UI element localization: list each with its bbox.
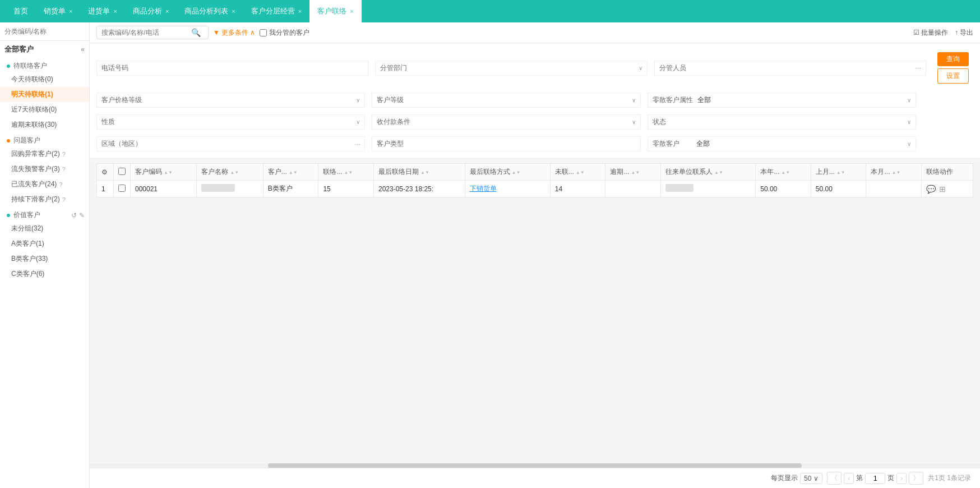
- value-dot: [7, 214, 10, 217]
- sidebar-item-ungrouped[interactable]: 未分组(32): [0, 221, 89, 236]
- nav-product-analysis[interactable]: 商品分析 ×: [125, 0, 177, 22]
- my-customers-checkbox[interactable]: [260, 29, 267, 36]
- first-page-btn[interactable]: 《: [827, 472, 842, 485]
- th-uncontacted[interactable]: 未联...▲▼: [550, 164, 605, 181]
- th-name[interactable]: 客户名称▲▼: [197, 164, 263, 181]
- search-input[interactable]: [101, 29, 191, 36]
- th-overdue[interactable]: 逾期...▲▼: [605, 164, 661, 181]
- sidebar-item-declining[interactable]: 持续下滑客户(2) ?: [0, 192, 89, 207]
- th-code[interactable]: 客户编码▲▼: [131, 164, 197, 181]
- batch-icon: ☑: [913, 29, 919, 36]
- toolbar-search-icon[interactable]: 🔍: [191, 28, 201, 37]
- sidebar-item-b-class[interactable]: B类客户(33): [0, 251, 89, 266]
- sidebar-item-c-class[interactable]: C类客户(6): [0, 266, 89, 282]
- th-contact-count[interactable]: 联络...▲▼: [318, 164, 374, 181]
- horizontal-scrollbar[interactable]: [90, 463, 980, 468]
- help-icon-3[interactable]: ?: [62, 196, 66, 203]
- filter-row-1: 电话号码 分管部门 ∨ 分管人员 ···: [96, 48, 973, 88]
- main-layout: 🔍 全部客户 « 待联络客户 今天待联络(0) 明天待联络(1) 近7天待联络(…: [0, 22, 980, 488]
- nav-customer-contact[interactable]: 客户联络 ×: [309, 0, 361, 22]
- filter-gender-select[interactable]: ∨: [145, 119, 360, 125]
- nav-purchase-order[interactable]: 进货单 ×: [80, 0, 124, 22]
- last-page-btn[interactable]: 》: [909, 472, 923, 485]
- filter-retail-customer-cell: 零散客户 全部 ∨: [648, 136, 916, 151]
- sidebar-item-repurchase-anomaly[interactable]: 回购异常客户(2) ?: [0, 146, 89, 162]
- filter-region-ellipsis[interactable]: ···: [354, 140, 360, 148]
- th-unit-contact[interactable]: 往来单位联系人▲▼: [661, 164, 756, 181]
- nav-sales-order[interactable]: 销货单 ×: [36, 0, 80, 22]
- row-checkbox-0[interactable]: [118, 185, 126, 192]
- prev-page-btn[interactable]: ‹: [844, 473, 854, 484]
- next-page-btn[interactable]: ›: [896, 473, 907, 484]
- last-contact-method-link[interactable]: 下销货单: [470, 185, 497, 192]
- td-uncontacted: 14: [550, 181, 605, 197]
- filter-dept-arrow: ∨: [639, 65, 642, 71]
- sort-contact-count-icon: ▲▼: [344, 170, 353, 175]
- page-size-select[interactable]: 50 ∨: [800, 473, 822, 484]
- query-btn[interactable]: 查询: [937, 52, 969, 66]
- sidebar-collapse-icon[interactable]: «: [81, 45, 85, 53]
- my-customers-checkbox-label[interactable]: 我分管的客户: [260, 28, 309, 38]
- filter-price-level-arrow: ∨: [356, 97, 360, 103]
- action-comment-icon[interactable]: 💬: [926, 185, 936, 194]
- select-all-checkbox[interactable]: [118, 168, 126, 175]
- settings-btn[interactable]: 设置: [937, 68, 969, 84]
- filter-status-label: 状态: [653, 117, 692, 127]
- th-last-contact-method[interactable]: 最后联络方式▲▼: [465, 164, 550, 181]
- filter-customer-level-select[interactable]: ∨: [420, 97, 635, 103]
- sidebar-item-7days-pending[interactable]: 近7天待联络(0): [0, 102, 89, 117]
- filter-status-select[interactable]: ∨: [696, 119, 911, 125]
- close-customer-tier-icon[interactable]: ×: [298, 8, 302, 15]
- close-product-analysis-list-icon[interactable]: ×: [232, 8, 235, 15]
- value-group-edit-icon[interactable]: ✎: [79, 211, 85, 219]
- close-customer-contact-icon[interactable]: ×: [350, 8, 353, 15]
- filter-person-select[interactable]: ···: [703, 64, 921, 72]
- th-level[interactable]: 客户...▲▼: [263, 164, 318, 181]
- filter-price-level-select[interactable]: ∨: [146, 97, 360, 103]
- sidebar-item-overdue-pending[interactable]: 逾期未联络(30): [0, 117, 89, 132]
- filter-region-select[interactable]: ···: [146, 140, 360, 148]
- td-level: B类客户: [263, 181, 318, 197]
- sidebar-item-churn-warning[interactable]: 流失预警客户(3) ?: [0, 162, 89, 177]
- filter-status-cell: 状态 ∨: [648, 114, 916, 130]
- sidebar-item-tomorrow-pending[interactable]: 明天待联络(1): [0, 87, 89, 102]
- filter-payment-select[interactable]: ∨: [420, 119, 635, 125]
- export-btn[interactable]: ↑ 导出: [955, 28, 973, 38]
- th-last-month[interactable]: 上月...▲▼: [811, 164, 866, 181]
- th-this-year[interactable]: 本年...▲▼: [756, 164, 811, 181]
- sidebar-all-customers[interactable]: 全部客户 «: [0, 41, 89, 58]
- filter-dept-select[interactable]: ∨: [424, 65, 642, 71]
- help-icon-0[interactable]: ?: [62, 151, 66, 158]
- page-number-input[interactable]: [865, 473, 885, 484]
- filter-retail-attr-select[interactable]: 全部 ∨: [697, 95, 911, 105]
- nav-product-analysis-list[interactable]: 商品分析列表 ×: [177, 0, 243, 22]
- filter-retail-customer-select[interactable]: 全部 ∨: [696, 139, 911, 149]
- filter-row-3: 性质 ∨ 收付款条件 ∨ 状态: [96, 112, 973, 132]
- sidebar-item-a-class[interactable]: A类客户(1): [0, 236, 89, 251]
- close-sales-order-icon[interactable]: ×: [69, 8, 72, 15]
- filter-customer-type-label: 客户类型: [377, 139, 416, 149]
- more-conditions-btn[interactable]: ▼ 更多条件 ∧: [213, 28, 255, 38]
- sidebar-search-input[interactable]: [4, 27, 89, 35]
- nav-customer-tier[interactable]: 客户分层经营 ×: [243, 0, 309, 22]
- close-product-analysis-icon[interactable]: ×: [165, 8, 169, 15]
- filter-phone-input[interactable]: [145, 64, 363, 72]
- filter-payment-label: 收付款条件: [377, 117, 416, 127]
- sidebar-item-churned[interactable]: 已流失客户(24) ?: [0, 177, 89, 192]
- close-purchase-order-icon[interactable]: ×: [113, 8, 117, 15]
- help-icon-1[interactable]: ?: [62, 166, 66, 173]
- th-this-month[interactable]: 本月...▲▼: [866, 164, 922, 181]
- th-last-contact-date[interactable]: 最后联络日期▲▼: [374, 164, 465, 181]
- td-contact-count: 15: [318, 181, 374, 197]
- sidebar-item-today-pending[interactable]: 今天待联络(0): [0, 72, 89, 87]
- batch-operation-btn[interactable]: ☑ 批量操作: [913, 28, 948, 38]
- nav-home[interactable]: 首页: [6, 0, 36, 22]
- th-settings[interactable]: ⚙: [97, 164, 114, 181]
- filter-phone-label: 电话号码: [101, 63, 141, 73]
- table-row: 1 000021 B类客户 15 2023-05-23 18:25: 下销货单 …: [97, 181, 973, 197]
- td-last-month: 50.00: [811, 181, 866, 197]
- help-icon-2[interactable]: ?: [59, 181, 62, 188]
- filter-person-ellipsis[interactable]: ···: [916, 64, 921, 72]
- value-group-refresh-icon[interactable]: ↺: [71, 211, 77, 219]
- action-grid-icon[interactable]: ⊞: [939, 185, 946, 194]
